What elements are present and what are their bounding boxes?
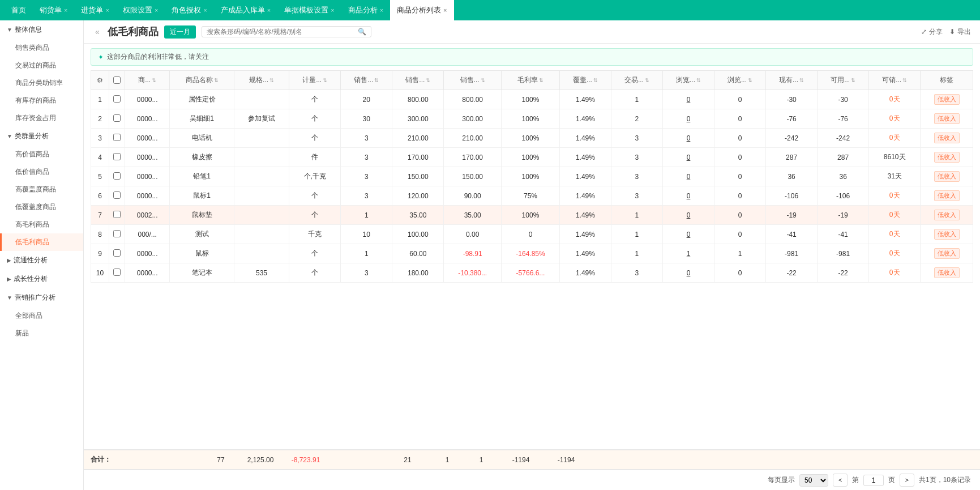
row-checkbox[interactable] (113, 134, 121, 141)
th-checkbox[interactable] (109, 71, 125, 90)
close-icon[interactable]: × (331, 7, 334, 14)
row-checkbox[interactable] (113, 191, 121, 199)
sidebar-item-category-rate[interactable]: 商品分类助销率 (0, 74, 83, 92)
row-view1[interactable]: 0 (662, 90, 714, 109)
close-icon[interactable]: × (203, 7, 207, 14)
th-gross-margin[interactable]: 毛利率⇅ (502, 71, 560, 90)
close-icon[interactable]: × (380, 7, 383, 14)
row-view1[interactable]: 0 (662, 148, 714, 167)
next-page-btn[interactable]: ＞ (900, 474, 914, 487)
close-icon[interactable]: × (105, 7, 109, 14)
row-code: 0000... (125, 244, 170, 263)
sidebar-item-low-margin[interactable]: 低毛利商品 (0, 233, 83, 251)
row-view1[interactable]: 0 (662, 225, 714, 244)
th-name[interactable]: 商品名称⇅ (170, 71, 234, 90)
th-tag[interactable]: 标签 (921, 71, 973, 90)
page-label: 第 (852, 475, 859, 485)
row-view1[interactable]: 1 (662, 244, 714, 263)
row-sale-amount: 210.00 (444, 129, 502, 148)
sidebar-item-low-coverage[interactable]: 低覆盖度商品 (0, 198, 83, 216)
th-trade-count[interactable]: 交易...⇅ (611, 71, 662, 90)
row-checkbox[interactable] (113, 249, 121, 257)
footer-sale-amount: -8,723.91 (283, 456, 328, 464)
nav-purchase[interactable]: 进货单 × (74, 0, 115, 20)
th-coverage[interactable]: 覆盖...⇅ (559, 71, 611, 90)
sidebar-group-cluster[interactable]: ▼ 类群量分析 (0, 127, 83, 146)
sidebar-group-circulation[interactable]: ▶ 流通性分析 (0, 251, 83, 270)
page-number-input[interactable] (863, 475, 884, 486)
close-icon[interactable]: × (267, 7, 271, 14)
export-button[interactable]: ⬇ 导出 (949, 27, 971, 37)
sidebar-group-marketing[interactable]: ▼ 营销推广分析 (0, 288, 83, 307)
nav-role-auth[interactable]: 角色授权 × (165, 0, 213, 20)
sidebar-item-all-products[interactable]: 全部商品 (0, 307, 83, 325)
row-sale-qty: 3 (341, 186, 392, 206)
row-checkbox[interactable] (113, 114, 121, 122)
nav-product-analysis-list[interactable]: 商品分析列表 × (390, 0, 453, 20)
sidebar-item-in-stock[interactable]: 有库存的商品 (0, 92, 83, 109)
row-tag: 低收入 (921, 244, 973, 263)
close-icon[interactable]: × (155, 7, 158, 14)
row-unit: 个 (289, 206, 341, 225)
sidebar-item-new-products[interactable]: 新品 (0, 325, 83, 342)
sidebar-group-growth[interactable]: ▶ 成长性分析 (0, 270, 83, 288)
nav-template-settings[interactable]: 单据模板设置 × (277, 0, 341, 20)
row-checkbox[interactable] (113, 153, 121, 160)
nav-home[interactable]: 首页 (5, 0, 33, 20)
row-checkbox[interactable] (113, 230, 121, 237)
per-page-select[interactable]: 50 20 100 (799, 474, 828, 487)
sidebar-item-sales-products[interactable]: 销售类商品 (0, 39, 83, 57)
row-current-stock: -106 (766, 186, 818, 206)
tag-badge: 低收入 (934, 94, 960, 105)
sidebar-item-traded-products[interactable]: 交易过的商品 (0, 57, 83, 74)
sidebar-item-high-margin[interactable]: 高毛利商品 (0, 216, 83, 233)
row-no: 10 (91, 263, 109, 283)
th-sellable[interactable]: 可销...⇅ (869, 71, 921, 90)
nav-sales[interactable]: 销货单 × (33, 0, 74, 20)
th-settings[interactable]: ⚙ (91, 71, 109, 90)
nav-permissions[interactable]: 权限设置 × (116, 0, 165, 20)
row-view1[interactable]: 0 (662, 186, 714, 206)
sidebar-item-high-coverage[interactable]: 高覆盖度商品 (0, 181, 83, 198)
footer-current-stock: -1194 (498, 456, 544, 464)
row-checkbox[interactable] (113, 269, 121, 276)
nav-product-in[interactable]: 产成品入库单 × (214, 0, 277, 20)
row-view1[interactable]: 0 (662, 167, 714, 186)
close-icon[interactable]: × (443, 7, 447, 14)
row-view1[interactable]: 0 (662, 263, 714, 283)
row-checkbox[interactable] (113, 172, 121, 180)
th-unit[interactable]: 计量...⇅ (289, 71, 341, 90)
row-view1[interactable]: 0 (662, 206, 714, 225)
th-spec[interactable]: 规格...⇅ (234, 71, 289, 90)
period-button[interactable]: 近一月 (164, 25, 196, 39)
th-sale-price[interactable]: 销售...⇅ (392, 71, 444, 90)
close-icon[interactable]: × (64, 7, 67, 14)
nav-product-analysis[interactable]: 商品分析 × (341, 0, 390, 20)
sort-icon: ⇅ (593, 78, 598, 83)
sidebar-item-low-value[interactable]: 低价值商品 (0, 163, 83, 181)
share-button[interactable]: ⤢ 分享 (921, 27, 943, 37)
sidebar-item-capital-use[interactable]: 库存资金占用 (0, 109, 83, 127)
row-unit: 个,千克 (289, 167, 341, 186)
sidebar-group-overall[interactable]: ▼ 整体信息 (0, 20, 83, 39)
th-view2[interactable]: 浏览...⇅ (714, 71, 766, 90)
settings-icon[interactable]: ⚙ (97, 76, 103, 84)
table-row: 8 000/... 测试 千克 10 100.00 0.00 0 1.49% 1… (91, 225, 973, 244)
th-sale-qty[interactable]: 销售...⇅ (341, 71, 392, 90)
row-checkbox[interactable] (113, 211, 121, 218)
th-sale-amount[interactable]: 销售...⇅ (444, 71, 502, 90)
th-code[interactable]: 商...⇅ (125, 71, 170, 90)
row-current-stock: 287 (766, 148, 818, 167)
th-current-stock[interactable]: 现有...⇅ (766, 71, 818, 90)
row-checkbox[interactable] (113, 95, 121, 103)
search-icon[interactable]: 🔍 (358, 28, 366, 36)
select-all-checkbox[interactable] (113, 76, 121, 84)
search-input[interactable] (207, 28, 358, 36)
sidebar-collapse-btn[interactable]: « (93, 27, 102, 36)
th-view1[interactable]: 浏览...⇅ (662, 71, 714, 90)
row-view1[interactable]: 0 (662, 129, 714, 148)
th-available[interactable]: 可用...⇅ (818, 71, 869, 90)
prev-page-btn[interactable]: ＜ (833, 474, 848, 487)
row-view1[interactable]: 0 (662, 109, 714, 129)
sidebar-item-high-value[interactable]: 高价值商品 (0, 146, 83, 163)
